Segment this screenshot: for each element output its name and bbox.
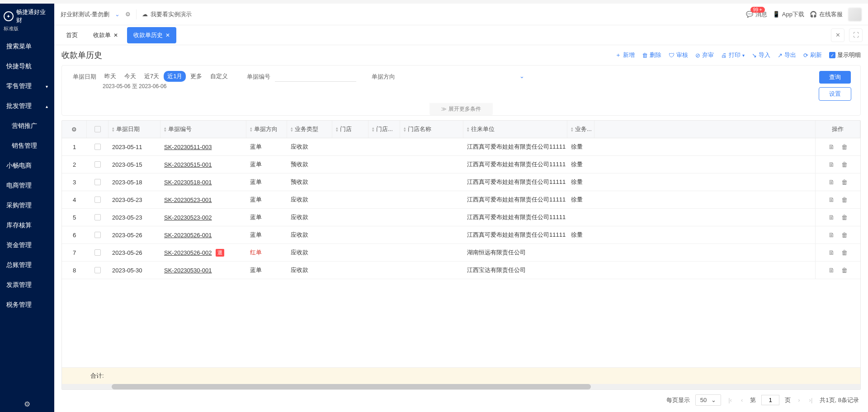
demo-link[interactable]: ☁ 我要看实例演示 xyxy=(142,10,192,19)
sidebar-item[interactable]: 零售管理▾ xyxy=(0,76,54,96)
col-store2[interactable]: ▴▾门店... xyxy=(368,121,400,138)
tab[interactable]: 收款单✕ xyxy=(87,27,124,43)
tab[interactable]: 收款单历史✕ xyxy=(127,27,176,43)
doc-no-link[interactable]: SK-20230518-001 xyxy=(164,179,212,186)
doc-no-link[interactable]: SK-20230526-001 xyxy=(164,232,212,239)
col-btype[interactable]: ▴▾业务类型 xyxy=(287,121,332,138)
view-icon[interactable]: 🗎 xyxy=(828,231,835,239)
delete-icon[interactable]: 🗑 xyxy=(841,178,848,186)
import-button[interactable]: ↘导入 xyxy=(752,51,770,59)
view-icon[interactable]: 🗎 xyxy=(828,249,835,256)
workspace-name[interactable]: 好业财测试-量勿删 xyxy=(61,10,109,19)
row-checkbox[interactable] xyxy=(94,179,101,185)
row-checkbox[interactable] xyxy=(94,214,101,220)
reject-button[interactable]: ⊘弃审 xyxy=(695,51,714,59)
sidebar-item[interactable]: 采购管理 xyxy=(0,196,54,215)
sidebar-item[interactable]: 小畅电商 xyxy=(0,156,54,176)
delete-icon[interactable]: 🗑 xyxy=(841,267,848,274)
sidebar-item[interactable]: 批发管理▴ xyxy=(0,96,54,116)
doc-no-link[interactable]: SK-20230526-002 xyxy=(164,249,212,256)
view-icon[interactable]: 🗎 xyxy=(828,267,835,274)
view-icon[interactable]: 🗎 xyxy=(828,178,835,186)
delete-icon[interactable]: 🗑 xyxy=(841,196,848,203)
doc-no-link[interactable]: SK-20230511-003 xyxy=(164,144,212,150)
date-range-button[interactable]: 自定义 xyxy=(207,71,231,82)
col-no[interactable]: ▴▾单据编号 xyxy=(160,121,246,138)
doc-no-input[interactable] xyxy=(275,71,356,82)
date-range-button[interactable]: 昨天 xyxy=(101,71,120,82)
workspace-settings-icon[interactable]: ⚙ xyxy=(125,11,131,18)
tab-close-icon[interactable]: ✕ xyxy=(113,32,118,38)
col-store[interactable]: ▴▾门店 xyxy=(332,121,368,138)
delete-icon[interactable]: 🗑 xyxy=(841,161,848,168)
sidebar-item[interactable]: 税务管理 xyxy=(0,295,54,315)
sidebar-item[interactable]: 资金管理 xyxy=(0,235,54,255)
delete-icon[interactable]: 🗑 xyxy=(841,143,848,150)
view-icon[interactable]: 🗎 xyxy=(828,161,835,168)
row-checkbox[interactable] xyxy=(94,161,101,168)
page-input[interactable] xyxy=(761,395,779,405)
print-button[interactable]: 🖨打印▾ xyxy=(721,51,745,59)
expand-filters-button[interactable]: ≫ 展开更多条件 xyxy=(429,103,493,115)
sidebar-item[interactable]: 总账管理 xyxy=(0,255,54,275)
select-all-checkbox[interactable] xyxy=(94,126,101,132)
prev-page-button[interactable]: ‹ xyxy=(739,397,745,403)
query-button[interactable]: 查询 xyxy=(819,71,851,84)
sidebar-item[interactable]: 库存核算 xyxy=(0,215,54,235)
doc-no-link[interactable]: SK-20230523-002 xyxy=(164,214,212,221)
row-checkbox[interactable] xyxy=(94,249,101,256)
sidebar-item[interactable]: 销售管理 xyxy=(0,136,54,156)
tab[interactable]: 首页 xyxy=(60,27,84,43)
online-service-button[interactable]: 🎧 在线客服 xyxy=(810,10,843,19)
col-partner[interactable]: ▴▾往来单位 xyxy=(463,121,567,138)
view-icon[interactable]: 🗎 xyxy=(828,196,835,203)
column-settings-icon[interactable]: ⚙ xyxy=(62,121,87,138)
fullscreen-button[interactable]: ⛶ xyxy=(849,28,863,42)
delete-button[interactable]: 🗑删除 xyxy=(642,51,661,59)
delete-icon[interactable]: 🗑 xyxy=(841,231,848,239)
col-dir[interactable]: ▴▾单据方向 xyxy=(246,121,287,138)
settings-button[interactable]: 设置 xyxy=(819,87,851,101)
horizontal-scrollbar[interactable] xyxy=(62,384,860,389)
date-range-button[interactable]: 近7天 xyxy=(141,71,163,82)
row-checkbox[interactable] xyxy=(94,232,101,238)
doc-no-link[interactable]: SK-20230515-001 xyxy=(164,161,212,168)
sidebar-item[interactable]: 营销推广 xyxy=(0,116,54,136)
export-button[interactable]: ↗导出 xyxy=(778,51,796,59)
per-page-select[interactable]: 50⌄ xyxy=(695,394,721,406)
doc-no-link[interactable]: SK-20230530-001 xyxy=(164,267,212,274)
delete-icon[interactable]: 🗑 xyxy=(841,214,848,221)
messages-button[interactable]: 💬 消息 99 + xyxy=(746,10,767,19)
next-page-button[interactable]: › xyxy=(796,397,802,403)
doc-no-link[interactable]: SK-20230523-001 xyxy=(164,197,212,203)
avatar[interactable] xyxy=(848,8,862,21)
date-range-button[interactable]: 今天 xyxy=(121,71,140,82)
add-button[interactable]: ＋新增 xyxy=(615,51,635,59)
scrollbar-thumb[interactable] xyxy=(112,384,591,389)
workspace-dropdown-icon[interactable]: ⌄ xyxy=(115,11,120,18)
sidebar-item[interactable]: 电商管理 xyxy=(0,176,54,196)
sidebar-item[interactable]: 快捷导航 xyxy=(0,56,54,76)
tab-close-all-button[interactable]: ✕ xyxy=(831,28,844,42)
date-range-button[interactable]: 更多 xyxy=(187,71,206,82)
row-checkbox[interactable] xyxy=(94,144,101,150)
delete-icon[interactable]: 🗑 xyxy=(841,249,848,256)
col-storename[interactable]: ▴▾门店名称 xyxy=(400,121,463,138)
col-biz[interactable]: ▴▾业务... xyxy=(567,121,594,138)
sidebar-settings-icon[interactable]: ⚙ xyxy=(0,396,54,412)
row-checkbox[interactable] xyxy=(94,267,101,273)
date-range-button[interactable]: 近1月 xyxy=(164,71,186,82)
sidebar-item[interactable]: 发票管理 xyxy=(0,275,54,295)
direction-select[interactable]: ⌄ xyxy=(400,71,526,81)
show-detail-toggle[interactable]: ✓显示明细 xyxy=(829,51,861,59)
refresh-button[interactable]: ⟳刷新 xyxy=(803,51,822,59)
row-checkbox[interactable] xyxy=(94,197,101,203)
audit-button[interactable]: 🛡审核 xyxy=(669,51,688,59)
sidebar-item[interactable]: 搜索菜单 xyxy=(0,37,54,56)
app-download-button[interactable]: 📱 App下载 xyxy=(773,10,804,19)
col-date[interactable]: ▴▾单据日期 xyxy=(108,121,160,138)
first-page-button[interactable]: |‹ xyxy=(726,397,734,403)
last-page-button[interactable]: ›| xyxy=(807,397,815,403)
view-icon[interactable]: 🗎 xyxy=(828,214,835,221)
tab-close-icon[interactable]: ✕ xyxy=(165,32,170,38)
